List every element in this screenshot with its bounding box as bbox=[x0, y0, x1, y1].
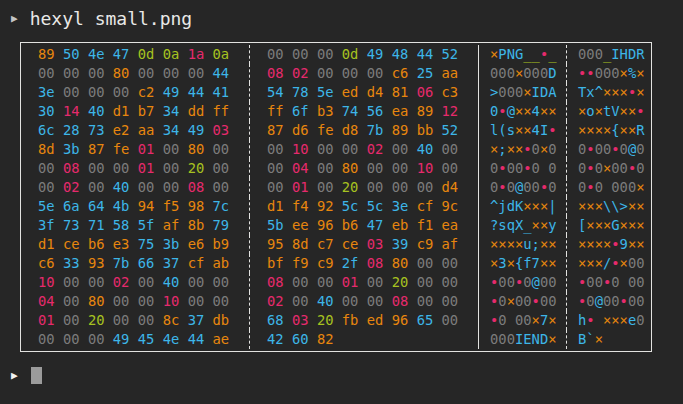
ascii-char: { bbox=[515, 255, 523, 271]
hex-byte: 28 bbox=[63, 122, 80, 138]
hex-byte: 49 bbox=[188, 122, 205, 138]
hex-byte: c3 bbox=[442, 84, 459, 100]
ascii-char: \ bbox=[603, 198, 611, 214]
ascii-char: × bbox=[595, 122, 603, 138]
ascii-chars-group: •00•0@00 bbox=[478, 273, 566, 292]
hex-byte: 80 bbox=[88, 293, 105, 309]
hex-byte: 56 bbox=[367, 103, 384, 119]
hex-bytes-group: 30 14 40 d1 b7 34 dd ff bbox=[21, 102, 249, 121]
ascii-char: 0 bbox=[595, 46, 603, 62]
ascii-char: @ bbox=[507, 103, 515, 119]
ascii-char: D bbox=[628, 46, 636, 62]
hex-byte: 89 bbox=[38, 46, 55, 62]
ascii-char: D bbox=[540, 84, 548, 100]
ascii-char: × bbox=[548, 312, 556, 328]
hex-byte: 89 bbox=[392, 122, 409, 138]
hex-bytes-group: 00 00 00 80 00 00 00 44 bbox=[21, 64, 249, 83]
ascii-char: 0 bbox=[595, 65, 603, 81]
ascii-char: o bbox=[586, 103, 594, 119]
ascii-char: ; bbox=[498, 141, 506, 157]
hex-byte: 00 bbox=[63, 65, 80, 81]
hex-byte: 00 bbox=[38, 160, 55, 176]
ascii-char: 0 bbox=[595, 179, 603, 195]
ascii-char: × bbox=[620, 103, 628, 119]
ascii-char: 4 bbox=[532, 122, 540, 138]
ascii-char: 0 bbox=[498, 65, 506, 81]
ascii-char: • bbox=[628, 84, 636, 100]
hex-byte: 5e bbox=[317, 84, 334, 100]
ascii-char: • bbox=[586, 141, 594, 157]
ascii-char: 0 bbox=[548, 160, 556, 176]
ascii-char: @ bbox=[532, 274, 540, 290]
ascii-char: 0 bbox=[603, 293, 611, 309]
hex-byte: 93 bbox=[88, 255, 105, 271]
hex-byte: 37 bbox=[163, 255, 180, 271]
ascii-char: N bbox=[507, 46, 515, 62]
hex-byte: ce bbox=[342, 236, 359, 252]
hex-byte: 00 bbox=[88, 84, 105, 100]
hex-byte: 10 bbox=[163, 293, 180, 309]
ascii-char: 0 bbox=[515, 312, 523, 328]
ascii-char: 0 bbox=[548, 293, 556, 309]
hex-byte: 3b bbox=[63, 141, 80, 157]
hex-byte: 01 bbox=[138, 160, 155, 176]
hex-byte: f9 bbox=[292, 255, 309, 271]
hex-byte: 45 bbox=[138, 331, 155, 347]
ascii-char: × bbox=[636, 217, 644, 233]
ascii-chars-group: ××××•9×× bbox=[566, 235, 651, 254]
hex-bytes-group: 00 04 00 80 00 00 10 00 bbox=[249, 159, 478, 178]
hex-byte: 00 bbox=[138, 312, 155, 328]
hex-byte: 00 bbox=[442, 312, 459, 328]
ascii-chars-group: 000IEND× bbox=[478, 330, 566, 349]
hex-byte: d8 bbox=[342, 122, 359, 138]
hex-byte: 40 bbox=[417, 141, 434, 157]
ascii-char: 4 bbox=[532, 103, 540, 119]
ascii-char: × bbox=[540, 236, 548, 252]
hex-byte: 89 bbox=[417, 103, 434, 119]
hex-byte: 52 bbox=[442, 46, 459, 62]
hex-row: 00 02 00 40 00 00 08 0000 01 00 20 00 00… bbox=[21, 178, 651, 197]
hex-byte: ff bbox=[267, 103, 284, 119]
hex-byte: ea bbox=[442, 217, 459, 233]
hex-byte: 20 bbox=[188, 160, 205, 176]
ascii-char: • bbox=[586, 160, 594, 176]
ascii-char: 0 bbox=[586, 293, 594, 309]
ascii-chars-group: h• ×××e0 bbox=[566, 311, 651, 330]
hex-byte: 00 bbox=[88, 160, 105, 176]
ascii-char: × bbox=[586, 255, 594, 271]
hex-bytes-group: d1 f4 92 5c 5c 3e cf 9c bbox=[249, 197, 478, 216]
ascii-char: • bbox=[628, 160, 636, 176]
ascii-char: ; bbox=[532, 236, 540, 252]
hex-byte: 94 bbox=[138, 198, 155, 214]
hex-byte: 00 bbox=[138, 179, 155, 195]
ascii-char: 0 bbox=[628, 255, 636, 271]
hex-byte: 80 bbox=[392, 255, 409, 271]
ascii-chars-group: l(s××4I• bbox=[478, 121, 566, 140]
ascii-char: H bbox=[620, 46, 628, 62]
ascii-char: × bbox=[540, 103, 548, 119]
ascii-char: _ bbox=[603, 46, 611, 62]
ascii-chars-group: ×o×tV××• bbox=[566, 102, 651, 121]
hex-byte: 48 bbox=[392, 46, 409, 62]
ascii-char: 0 bbox=[611, 293, 619, 309]
hex-byte: 00 bbox=[267, 141, 284, 157]
input-prompt-line[interactable]: ▶ bbox=[11, 365, 683, 386]
hex-byte: ab bbox=[213, 255, 230, 271]
hex-byte: 00 bbox=[163, 141, 180, 157]
ascii-char: × bbox=[595, 103, 603, 119]
ascii-char: × bbox=[540, 217, 548, 233]
hex-byte: 00 bbox=[163, 179, 180, 195]
hex-byte: 73 bbox=[63, 217, 80, 233]
hex-row: 3f 73 71 58 5f af 8b 795b ee 96 b6 47 eb… bbox=[21, 216, 651, 235]
hex-byte: 1a bbox=[188, 46, 205, 62]
ascii-chars-group: ×××/•×00 bbox=[566, 254, 651, 273]
hex-byte: f4 bbox=[292, 198, 309, 214]
hex-byte: 00 bbox=[63, 293, 80, 309]
ascii-char: × bbox=[586, 198, 594, 214]
hex-byte: 00 bbox=[267, 160, 284, 176]
hex-bytes-group: 00 10 00 00 02 00 40 00 bbox=[249, 140, 478, 159]
hex-byte: 10 bbox=[38, 274, 55, 290]
ascii-chars-group: •0 00×7× bbox=[478, 311, 566, 330]
ascii-char: 7 bbox=[532, 255, 540, 271]
terminal-cursor[interactable] bbox=[31, 367, 42, 384]
